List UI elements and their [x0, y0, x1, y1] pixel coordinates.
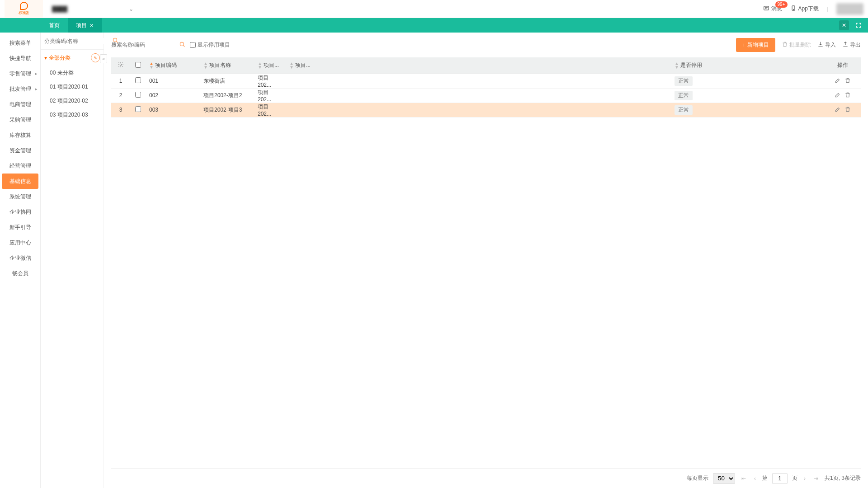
edit-category-button[interactable]: ✎ — [91, 53, 100, 62]
delete-icon[interactable] — [844, 79, 851, 85]
category-search-input[interactable] — [44, 38, 112, 44]
row-checkbox[interactable] — [135, 77, 141, 83]
category-item-3[interactable]: 03 项目2020-03 — [41, 108, 104, 122]
project-table: ▲▼项目编码 ▲▼项目名称 ▲▼项目... ▲▼项目... ▲▼是否停用 操作 … — [111, 57, 861, 117]
sidebar-item-11[interactable]: 企业协同 — [0, 204, 40, 220]
col-cat2[interactable]: ▲▼项目... — [286, 57, 671, 74]
export-icon — [842, 41, 849, 49]
svg-rect-0 — [764, 6, 769, 10]
col-disabled[interactable]: ▲▼是否停用 — [671, 57, 825, 74]
page-suffix: 页 — [792, 474, 797, 482]
category-item-0[interactable]: 00 未分类 — [41, 66, 104, 80]
chevron-right-icon: ▸ — [35, 87, 38, 91]
sidebar-item-14[interactable]: 企业微信 — [0, 250, 40, 266]
search-icon[interactable] — [112, 37, 118, 45]
cell-code: 001 — [146, 74, 200, 88]
sidebar-item-10[interactable]: 系统管理 — [0, 189, 40, 204]
sidebar-item-8[interactable]: 经营管理 — [0, 158, 40, 174]
show-disabled-checkbox[interactable]: 显示停用项目 — [190, 41, 230, 49]
first-page-button[interactable]: ⇤ — [740, 475, 748, 482]
add-project-button[interactable]: + 新增项目 — [736, 38, 775, 52]
tab-project[interactable]: 项目 ✕ — [68, 18, 102, 33]
category-root[interactable]: ▾ 全部分类 ✎ — [41, 50, 104, 66]
collapse-panel-button[interactable]: « — [100, 54, 107, 63]
row-checkbox[interactable] — [135, 92, 141, 98]
search-icon[interactable] — [179, 41, 185, 49]
table-row[interactable]: 2002项目2002-项目2项目202...正常 — [111, 88, 861, 103]
batch-delete-button[interactable]: 批量删除 — [782, 41, 811, 49]
tab-project-label: 项目 — [76, 22, 87, 29]
cell-cat1: 项目202... — [254, 74, 286, 88]
app-download-link[interactable]: App下载 — [790, 5, 819, 13]
chevron-down-icon[interactable]: ⌄ — [129, 6, 133, 12]
delete-icon[interactable] — [844, 93, 851, 99]
tab-home[interactable]: 首页 — [41, 18, 68, 33]
status-badge: 正常 — [675, 91, 693, 100]
edit-icon[interactable] — [835, 108, 841, 114]
search-input[interactable] — [111, 42, 179, 48]
per-page-select[interactable]: 50 — [713, 473, 735, 484]
sidebar-item-9[interactable]: 基础信息 — [2, 174, 38, 189]
logo-icon — [20, 2, 28, 10]
col-code[interactable]: ▲▼项目编码 — [146, 57, 200, 74]
sidebar-item-13[interactable]: 应用中心 — [0, 235, 40, 250]
add-project-label: 新增项目 — [747, 41, 769, 49]
user-avatar[interactable] — [836, 3, 863, 15]
fullscreen-button[interactable] — [854, 20, 863, 30]
per-page-label: 每页显示 — [687, 474, 708, 482]
show-disabled-input[interactable] — [190, 42, 196, 48]
logo[interactable]: 标准版 — [5, 0, 43, 18]
batch-delete-label: 批量删除 — [789, 41, 811, 49]
table-row[interactable]: 1001东楼街店项目202...正常 — [111, 74, 861, 88]
sidebar-item-7[interactable]: 资金管理 — [0, 143, 40, 158]
sidebar-item-0[interactable]: 搜索菜单 — [0, 35, 40, 51]
messages-badge: 99+ — [775, 1, 788, 8]
import-icon — [817, 41, 824, 49]
sidebar-item-12[interactable]: 新手引导 — [0, 220, 40, 235]
page-input[interactable] — [772, 473, 788, 484]
cell-status: 正常 — [671, 88, 825, 103]
import-button[interactable]: 导入 — [817, 41, 836, 49]
chevron-right-icon: ▸ — [35, 71, 38, 76]
select-all-checkbox[interactable] — [135, 62, 141, 68]
close-icon[interactable]: ✕ — [90, 23, 94, 28]
status-badge: 正常 — [675, 76, 693, 86]
top-header: 标准版 ████ ⌄ 消息 99+ App下载 | — [0, 0, 868, 18]
table-settings-header[interactable] — [111, 57, 130, 74]
cell-status: 正常 — [671, 103, 825, 117]
col-cat1[interactable]: ▲▼项目... — [254, 57, 286, 74]
last-page-button[interactable]: ⇥ — [812, 475, 820, 482]
category-item-1[interactable]: 01 项目2020-01 — [41, 80, 104, 94]
sidebar-item-2[interactable]: 零售管理▸ — [0, 66, 40, 81]
cell-code: 002 — [146, 88, 200, 103]
cell-code: 003 — [146, 103, 200, 117]
svg-point-2 — [793, 9, 793, 10]
cell-name: 项目2002-项目3 — [200, 103, 254, 117]
svg-point-4 — [180, 42, 184, 46]
col-ops: 操作 — [825, 57, 861, 74]
next-page-button[interactable]: › — [802, 475, 807, 482]
prev-page-button[interactable]: ‹ — [752, 475, 758, 482]
sidebar-item-1[interactable]: 快捷导航 — [0, 51, 40, 66]
messages-link[interactable]: 消息 99+ — [763, 5, 782, 13]
cell-status: 正常 — [671, 74, 825, 88]
col-name[interactable]: ▲▼项目名称 — [200, 57, 254, 74]
export-label: 导出 — [850, 41, 861, 49]
cell-cat2 — [286, 103, 671, 117]
org-selector[interactable]: ████ — [47, 3, 129, 15]
delete-icon[interactable] — [844, 108, 851, 114]
phone-icon — [790, 5, 797, 13]
sidebar-item-15[interactable]: 畅会员 — [0, 266, 40, 281]
edit-icon[interactable] — [835, 93, 841, 99]
category-item-2[interactable]: 02 项目2020-02 — [41, 94, 104, 108]
sidebar-item-5[interactable]: 采购管理 — [0, 112, 40, 127]
sidebar-item-4[interactable]: 电商管理 — [0, 97, 40, 112]
export-button[interactable]: 导出 — [842, 41, 861, 49]
edit-icon[interactable] — [835, 79, 841, 85]
row-checkbox[interactable] — [135, 106, 141, 112]
close-tab-button[interactable]: ✕ — [839, 20, 849, 30]
sidebar-item-6[interactable]: 库存核算 — [0, 127, 40, 143]
table-row[interactable]: 3003项目2002-项目3项目202...正常 — [111, 103, 861, 117]
sidebar-item-3[interactable]: 批发管理▸ — [0, 81, 40, 97]
category-root-label: 全部分类 — [49, 54, 71, 62]
